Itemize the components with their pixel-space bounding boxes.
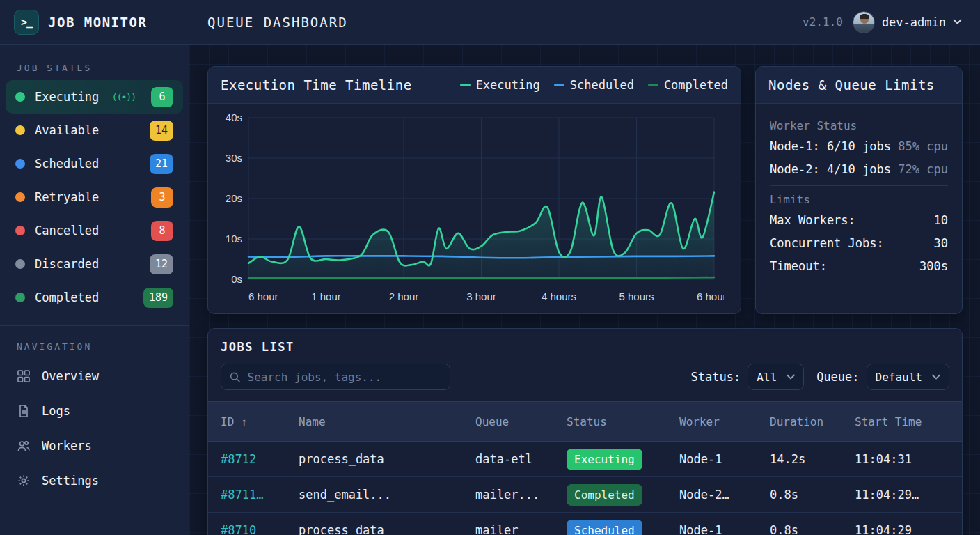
job-worker-cell: Node-2… bbox=[679, 488, 770, 502]
filter-queue-select[interactable]: Default bbox=[867, 364, 949, 390]
app-title: JOB MONITOR bbox=[48, 15, 147, 30]
worker-status-row: Node-2: 4/10 jobs 72% cpu bbox=[770, 162, 948, 176]
sidebar-item-overview[interactable]: Overview bbox=[6, 359, 183, 394]
column-header[interactable]: ID ↑ bbox=[221, 415, 299, 428]
filter-queue: Queue:Default bbox=[816, 364, 949, 390]
chart-title: Execution Time Timeline bbox=[221, 77, 412, 93]
status-badge: Executing bbox=[567, 449, 642, 470]
table-row[interactable]: #8712process_datadata-etlExecutingNode-1… bbox=[208, 442, 962, 477]
table-row[interactable]: #8710process_datamailerScheduledNode-10.… bbox=[208, 513, 962, 535]
sidebar-item-label: Discarded bbox=[35, 257, 99, 271]
count-badge: 14 bbox=[150, 121, 173, 141]
sidebar-item-discarded[interactable]: Discarded12 bbox=[6, 247, 183, 281]
status-dot bbox=[15, 259, 25, 269]
avatar bbox=[853, 11, 875, 33]
chevron-down-icon bbox=[953, 19, 962, 25]
table-row[interactable]: #8711…send_email...mailer...CompletedNod… bbox=[208, 477, 962, 513]
svg-text:0s: 0s bbox=[231, 273, 242, 285]
main-content: Execution Time Timeline ExecutingSchedul… bbox=[189, 45, 980, 535]
status-dot bbox=[15, 159, 25, 169]
search-icon bbox=[230, 371, 241, 383]
sidebar-item-label: Completed bbox=[35, 290, 99, 304]
jobs-table: ID ↑NameQueueStatusWorkerDurationStart T… bbox=[208, 401, 962, 535]
search-box bbox=[221, 364, 450, 390]
job-name-cell: process_data bbox=[299, 452, 475, 466]
column-header[interactable]: Status bbox=[567, 415, 679, 428]
count-badge: 8 bbox=[151, 221, 173, 241]
worker-cpu: 72% cpu bbox=[898, 162, 948, 176]
column-header[interactable]: Duration bbox=[770, 415, 855, 428]
limit-row: Concurrent Jobs:30 bbox=[770, 236, 948, 250]
sidebar-item-workers[interactable]: Workers bbox=[6, 428, 183, 463]
worker-name: Node-1: bbox=[770, 139, 827, 153]
job-worker-cell: Node-1 bbox=[679, 523, 770, 535]
limit-row: Max Workers:10 bbox=[770, 213, 948, 227]
job-states-list: Executing((•))6Available14Scheduled21Ret… bbox=[0, 80, 189, 314]
sidebar: JOB STATES Executing((•))6Available14Sch… bbox=[0, 45, 189, 535]
sidebar-item-retryable[interactable]: Retryable3 bbox=[6, 180, 183, 214]
sidebar-item-cancelled[interactable]: Cancelled8 bbox=[6, 214, 183, 247]
legend-swatch bbox=[648, 84, 658, 86]
live-signal-icon: ((•)) bbox=[112, 92, 136, 102]
job-queue-cell: mailer... bbox=[475, 488, 567, 502]
job-duration-cell: 14.2s bbox=[770, 452, 855, 466]
svg-text:4 hours: 4 hours bbox=[542, 290, 576, 302]
users-icon bbox=[17, 439, 31, 453]
navigation-section-label: NAVIGATION bbox=[0, 336, 189, 359]
legend-label: Completed bbox=[664, 78, 728, 92]
count-badge: 3 bbox=[151, 187, 173, 208]
top-header: >_ JOB MONITOR QUEUE DASHBOARD v2.1.0 de… bbox=[0, 0, 980, 45]
limit-label: Max Workers: bbox=[770, 213, 855, 227]
job-duration-cell: 0.8s bbox=[770, 523, 855, 535]
status-badge: Completed bbox=[567, 484, 642, 506]
sidebar-item-label: Retryable bbox=[35, 190, 99, 204]
filters: Status:AllQueue:Default bbox=[691, 364, 949, 390]
chart-body: 0s10s20s30s40s6 hour1 hour2 hour3 hour4 … bbox=[208, 104, 741, 314]
job-name-cell: process_data bbox=[299, 523, 475, 535]
count-badge: 21 bbox=[150, 154, 173, 174]
nav-item-label: Overview bbox=[42, 369, 99, 383]
status-dot bbox=[15, 125, 25, 135]
sidebar-item-scheduled[interactable]: Scheduled21 bbox=[6, 147, 183, 180]
legend-item-scheduled[interactable]: Scheduled bbox=[554, 78, 634, 92]
nodes-limits-card: Nodes & Queue Limits Worker Status Node-… bbox=[755, 66, 963, 314]
column-header[interactable]: Name bbox=[299, 415, 475, 428]
grid-icon bbox=[17, 369, 31, 383]
legend-item-completed[interactable]: Completed bbox=[648, 78, 728, 92]
chevron-down-icon bbox=[932, 374, 940, 380]
sidebar-item-label: Cancelled bbox=[35, 224, 99, 238]
worker-status-row: Node-1: 6/10 jobs 85% cpu bbox=[770, 139, 948, 153]
chevron-down-icon bbox=[787, 374, 795, 380]
sidebar-item-settings[interactable]: Settings bbox=[6, 463, 183, 498]
status-dot bbox=[15, 192, 25, 202]
filter-status-select[interactable]: All bbox=[748, 364, 804, 390]
legend-swatch bbox=[460, 84, 471, 86]
limit-label: Concurrent Jobs: bbox=[770, 236, 884, 250]
status-dot bbox=[15, 293, 25, 302]
svg-text:30s: 30s bbox=[226, 152, 242, 164]
job-status-cell: Scheduled bbox=[567, 520, 679, 535]
sidebar-item-available[interactable]: Available14 bbox=[6, 114, 183, 147]
column-header[interactable]: Start Time bbox=[855, 415, 949, 428]
column-header[interactable]: Queue bbox=[475, 415, 567, 428]
sidebar-item-executing[interactable]: Executing((•))6 bbox=[6, 80, 183, 114]
sidebar-item-completed[interactable]: Completed189 bbox=[6, 281, 183, 314]
job-status-cell: Executing bbox=[567, 449, 679, 470]
worker-status-label: Worker Status bbox=[770, 119, 948, 132]
worker-status-list: Node-1: 6/10 jobs 85% cpuNode-2: 4/10 jo… bbox=[770, 139, 948, 176]
sidebar-item-logs[interactable]: Logs bbox=[6, 394, 183, 428]
limit-value: 30 bbox=[934, 236, 948, 250]
status-dot bbox=[15, 226, 25, 235]
limit-value: 300s bbox=[919, 259, 948, 273]
legend-item-executing[interactable]: Executing bbox=[460, 78, 540, 92]
sidebar-divider bbox=[0, 325, 189, 326]
count-badge: 189 bbox=[143, 288, 173, 308]
limits-label: Limits bbox=[770, 193, 948, 206]
legend-swatch bbox=[554, 84, 564, 86]
nav-item-label: Logs bbox=[42, 404, 70, 418]
user-menu[interactable]: dev-admin bbox=[853, 11, 962, 33]
column-header[interactable]: Worker bbox=[679, 415, 770, 428]
page-title: QUEUE DASHBOARD bbox=[207, 15, 348, 30]
search-input[interactable] bbox=[248, 371, 441, 384]
svg-text:40s: 40s bbox=[226, 111, 242, 123]
